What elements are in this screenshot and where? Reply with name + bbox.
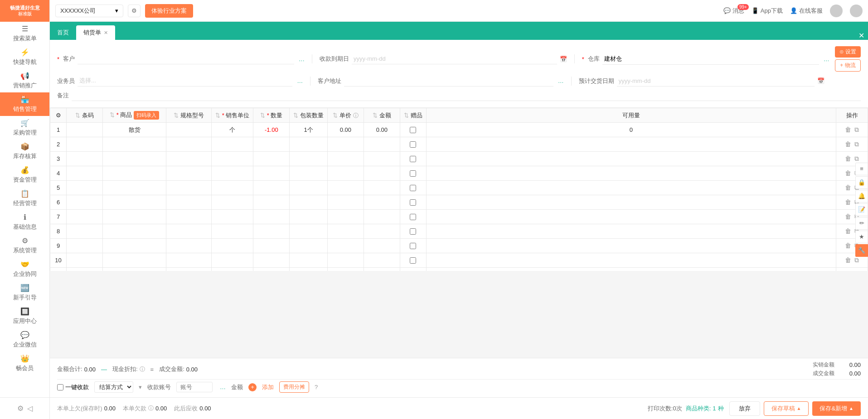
row-pkg-qty-cell[interactable]: 1个 [290, 123, 328, 137]
due-date-calendar-icon[interactable]: 📅 [560, 56, 567, 63]
row-price-cell[interactable] [327, 181, 364, 195]
row-delete-icon[interactable]: 🗑 [844, 184, 852, 191]
row-spec-cell[interactable] [166, 166, 212, 181]
row-gift-checkbox[interactable] [410, 228, 416, 235]
try-plan-button[interactable]: 体验行业方案 [145, 4, 193, 18]
row-qty-cell[interactable] [253, 268, 290, 271]
row-gift-checkbox[interactable] [410, 170, 416, 177]
row-price-cell[interactable] [327, 268, 364, 271]
user-avatar-extra[interactable] [850, 5, 863, 17]
row-product-cell[interactable] [103, 195, 166, 210]
row-qty-cell[interactable]: -1.00 [253, 123, 290, 137]
row-qty-cell[interactable] [253, 181, 290, 195]
close-window-icon[interactable]: ✕ [858, 31, 864, 40]
row-delete-icon[interactable]: 🗑 [844, 227, 852, 235]
row-unit-cell[interactable] [212, 210, 253, 224]
payment-method-select[interactable]: 结算方式 [94, 381, 133, 393]
row-unit-cell[interactable]: 个 [212, 123, 253, 137]
row-pkg-qty-cell[interactable] [290, 195, 328, 210]
row-gift-checkbox[interactable] [410, 141, 416, 148]
abandon-button[interactable]: 放弃 [729, 401, 760, 416]
row-price-cell[interactable] [327, 210, 364, 224]
row-delete-icon[interactable]: 🗑 [844, 140, 852, 148]
row-amount-cell[interactable] [364, 166, 400, 181]
expense-split-button[interactable]: 费用分摊 [279, 381, 309, 393]
row-copy-icon[interactable]: ⧉ [853, 140, 860, 148]
row-pkg-qty-cell[interactable] [290, 137, 328, 152]
row-spec-cell[interactable] [166, 152, 212, 166]
row-delete-icon[interactable]: 🗑 [844, 242, 852, 249]
row-barcode-cell[interactable] [67, 253, 103, 268]
right-panel-btn-2[interactable]: 🔒 [855, 176, 868, 189]
save-new-button[interactable]: 保存&新增 ▲ [812, 401, 861, 416]
row-spec-cell[interactable] [166, 137, 212, 152]
row-gift-checkbox[interactable] [410, 127, 416, 133]
row-barcode-cell[interactable] [67, 181, 103, 195]
add-payment-button[interactable]: + [248, 383, 257, 391]
tab-close-icon[interactable]: ✕ [104, 30, 108, 36]
row-product-cell[interactable] [103, 268, 166, 271]
sidebar-item-search[interactable]: ☰ 搜索菜单 [0, 22, 49, 45]
tab-home[interactable]: 首页 [50, 25, 76, 40]
row-qty-cell[interactable] [253, 137, 290, 152]
row-amount-cell[interactable] [364, 210, 400, 224]
online-service-button[interactable]: 👤 在线客服 [790, 7, 823, 15]
salesman-dots-icon[interactable]: … [297, 77, 303, 84]
row-barcode-cell[interactable] [67, 210, 103, 224]
sidebar-item-wechat[interactable]: 💬 企业微信 [0, 328, 49, 352]
row-pkg-qty-cell[interactable] [290, 268, 328, 271]
row-amount-cell[interactable]: 0.00 [364, 123, 400, 137]
row-amount-cell[interactable] [364, 137, 400, 152]
row-delete-icon[interactable]: 🗑 [844, 256, 852, 264]
row-qty-cell[interactable] [253, 152, 290, 166]
owe-info-icon[interactable]: ⓘ [148, 405, 154, 412]
payment-account-input[interactable] [176, 382, 213, 392]
sidebar-item-member[interactable]: 👑 畅会员 [0, 352, 49, 375]
row-spec-cell[interactable] [166, 253, 212, 268]
row-unit-cell[interactable] [212, 137, 253, 152]
row-product-cell[interactable] [103, 152, 166, 166]
row-barcode-cell[interactable] [67, 123, 103, 137]
sidebar-item-guide[interactable]: 🆕 新手引导 [0, 281, 49, 304]
discount-info-icon[interactable]: ⓘ [140, 366, 145, 373]
row-spec-cell[interactable] [166, 268, 212, 271]
user-avatar[interactable] [830, 5, 843, 17]
row-qty-cell[interactable] [253, 195, 290, 210]
sidebar-item-operations[interactable]: 📋 经营管理 [0, 187, 49, 210]
logistics-button[interactable]: + 物流 [835, 59, 861, 72]
row-price-cell[interactable] [327, 224, 364, 239]
row-price-cell[interactable]: 0.00 [327, 123, 364, 137]
row-product-cell[interactable] [103, 137, 166, 152]
row-barcode-cell[interactable] [67, 224, 103, 239]
right-panel-btn-5[interactable]: ✏ [855, 217, 868, 230]
row-qty-cell[interactable] [253, 166, 290, 181]
customer-dots-icon[interactable]: … [299, 56, 305, 63]
row-gift-checkbox[interactable] [410, 243, 416, 249]
company-settings-button[interactable]: ⚙ [128, 5, 141, 17]
row-gift-checkbox[interactable] [410, 214, 416, 220]
right-panel-btn-4[interactable]: 📝 [855, 203, 868, 216]
row-pkg-qty-cell[interactable] [290, 181, 328, 195]
row-copy-icon[interactable]: ⧉ [853, 256, 860, 264]
customer-input[interactable] [78, 53, 294, 64]
row-amount-cell[interactable] [364, 239, 400, 253]
row-unit-cell[interactable] [212, 195, 253, 210]
sidebar-item-app-center[interactable]: 🔲 应用中心 [0, 304, 49, 328]
warehouse-input[interactable]: 建材仓 [602, 53, 819, 65]
row-product-cell[interactable] [103, 166, 166, 181]
row-spec-cell[interactable] [166, 181, 212, 195]
row-qty-cell[interactable] [253, 253, 290, 268]
row-gift-checkbox[interactable] [410, 257, 416, 264]
row-copy-icon[interactable]: ⧉ [853, 126, 860, 133]
row-product-cell[interactable] [103, 253, 166, 268]
right-panel-btn-7[interactable]: 🔧 [855, 244, 868, 257]
note-input[interactable] [72, 90, 861, 101]
row-delete-icon[interactable]: 🗑 [844, 155, 852, 162]
row-pkg-qty-cell[interactable] [290, 253, 328, 268]
row-gift-checkbox[interactable] [410, 185, 416, 191]
due-date-input[interactable]: yyyy-mm-dd [352, 53, 557, 64]
row-barcode-cell[interactable] [67, 137, 103, 152]
sidebar-item-system[interactable]: ⚙ 系统管理 [0, 234, 49, 257]
row-barcode-cell[interactable] [67, 152, 103, 166]
row-product-cell[interactable]: 散货 [103, 123, 166, 137]
